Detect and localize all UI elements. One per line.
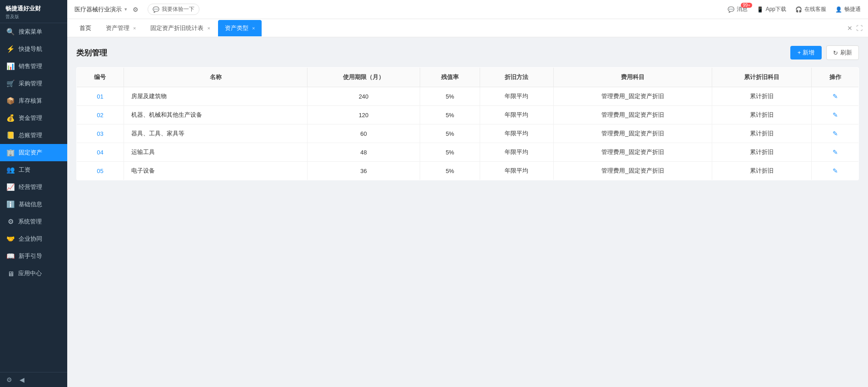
sidebar-item-系统管理[interactable]: ⚙系统管理 [0,213,67,230]
sidebar-icon-12: 🤝 [6,235,15,243]
sidebar-icon-14: 🖥 [6,270,15,278]
sidebar-item-总账管理[interactable]: 📒总账管理 [0,127,67,144]
sidebar-label-10: 基础信息 [19,200,42,208]
sidebar-label-1: 快捷导航 [19,45,42,53]
sidebar-item-经营管理[interactable]: 📈经营管理 [0,179,67,196]
user-item[interactable]: 👤 畅捷通 [835,5,861,13]
tab-close-2[interactable]: × [207,25,210,31]
sidebar-label-8: 工资 [19,166,30,174]
sidebar-label-9: 经营管理 [19,183,42,191]
cell-code-4: 05 [77,162,124,180]
experience-button[interactable]: 💬 我要体验一下 [148,4,199,15]
sidebar-item-销售管理[interactable]: 📊销售管理 [0,58,67,75]
topbar-settings-icon[interactable]: ⚙ [133,6,139,13]
sidebar-item-资金管理[interactable]: 💰资金管理 [0,109,67,127]
cell-cost-0: 管理费用_固定资产折旧 [553,87,712,106]
app-download-item[interactable]: 📱 App下载 [757,5,786,13]
sidebar-item-库存核算[interactable]: 📦库存核算 [0,92,67,109]
sidebar-item-搜索菜单[interactable]: 🔍搜索菜单 [0,23,67,40]
sidebar-icon-5: 💰 [6,114,15,122]
sidebar-icon-6: 📒 [6,131,15,139]
sidebar-logo: 畅捷通好业财 普及版 [0,0,67,23]
edit-icon-2[interactable]: ✎ [833,130,838,137]
cell-edit-0[interactable]: ✎ [812,87,859,106]
module-selector[interactable]: 医疗器械行业演示 ▾ [74,5,127,14]
settings-icon[interactable]: ⚙ [6,376,12,383]
cell-edit-3[interactable]: ✎ [812,143,859,162]
new-button[interactable]: + 新增 [790,46,822,60]
edit-icon-0[interactable]: ✎ [833,93,838,100]
sidebar-icon-4: 📦 [6,97,15,105]
header-row: 编号名称使用期限（月）残值率折旧方法费用科目累计折旧科目操作 [77,68,859,87]
customer-service-item[interactable]: 🎧 在线客服 [795,5,826,13]
sidebar-item-应用中心[interactable]: 🖥应用中心 [0,265,67,282]
edit-icon-4[interactable]: ✎ [833,167,838,174]
main-area: 医疗器械行业演示 ▾ ⚙ 💬 我要体验一下 💬 消息 99+ 📱 App下载 🎧… [67,0,868,387]
sidebar-item-基础信息[interactable]: ℹ️基础信息 [0,196,67,213]
collapse-icon[interactable]: ◀ [20,376,25,383]
cell-method-3: 年限平均 [480,143,553,162]
cell-period-4: 36 [308,162,420,180]
table-row: 05电子设备365%年限平均管理费用_固定资产折旧累计折旧✎ [77,162,859,180]
cell-period-2: 60 [308,124,420,143]
cell-accum-3: 累计折旧 [712,143,812,162]
content-area: 类别管理 + 新增 ↻ 刷新 编号名称使用期限（月）残值率折旧方法费用科目累计折… [67,37,868,387]
cell-edit-1[interactable]: ✎ [812,106,859,124]
user-icon: 👤 [835,6,842,13]
sidebar-icon-11: ⚙ [6,218,15,226]
cell-edit-2[interactable]: ✎ [812,124,859,143]
col-header-6: 累计折旧科目 [712,68,812,87]
tab-资产类型[interactable]: 资产类型× [218,20,262,36]
col-header-0: 编号 [77,68,124,87]
topbar-right: 💬 消息 99+ 📱 App下载 🎧 在线客服 👤 畅捷通 [728,5,861,13]
tab-资产管理[interactable]: 资产管理× [99,20,143,36]
cell-accum-1: 累计折旧 [712,106,812,124]
tab-close-icon[interactable]: ✕ [847,25,853,32]
edit-icon-1[interactable]: ✎ [833,111,838,119]
cell-edit-4[interactable]: ✎ [812,162,859,180]
cell-method-0: 年限平均 [480,87,553,106]
tab-close-1[interactable]: × [133,25,136,31]
tab-首页[interactable]: 首页 [73,20,98,36]
tab-maximize-icon[interactable]: ⛶ [856,25,863,32]
table-row: 03器具、工具、家具等605%年限平均管理费用_固定资产折旧累计折旧✎ [77,124,859,143]
cell-code-3: 04 [77,143,124,162]
tab-固定资产折旧统计表[interactable]: 固定资产折旧统计表× [144,20,217,36]
message-badge: 99+ [741,3,752,8]
cell-code-2: 03 [77,124,124,143]
refresh-button[interactable]: ↻ 刷新 [826,45,859,60]
sidebar-item-工资[interactable]: 👥工资 [0,161,67,179]
sidebar-item-新手引导[interactable]: 📖新手引导 [0,248,67,265]
sidebar-nav: 🔍搜索菜单⚡快捷导航📊销售管理🛒采购管理📦库存核算💰资金管理📒总账管理🏢固定资产… [0,23,67,372]
col-header-3: 残值率 [420,68,480,87]
sidebar-item-采购管理[interactable]: 🛒采购管理 [0,75,67,92]
cell-cost-2: 管理费用_固定资产折旧 [553,124,712,143]
app-title: 畅捷通好业财 [5,5,62,13]
sidebar-label-11: 系统管理 [18,218,42,226]
sidebar-icon-2: 📊 [6,62,15,70]
table-header: 编号名称使用期限（月）残值率折旧方法费用科目累计折旧科目操作 [77,68,859,87]
edit-icon-3[interactable]: ✎ [833,149,838,156]
sidebar-item-固定资产[interactable]: 🏢固定资产 [0,144,67,161]
sidebar-icon-3: 🛒 [6,79,15,88]
cell-period-1: 120 [308,106,420,124]
table-body: 01房屋及建筑物2405%年限平均管理费用_固定资产折旧累计折旧✎02机器、机械… [77,87,859,180]
cell-name-3: 运输工具 [124,143,307,162]
tab-label-3: 资产类型 [225,24,248,32]
tab-close-3[interactable]: × [252,25,255,31]
message-item[interactable]: 💬 消息 99+ [728,5,748,13]
refresh-icon: ↻ [833,50,838,56]
sidebar-icon-9: 📈 [6,183,15,191]
cell-period-0: 240 [308,87,420,106]
cell-accum-4: 累计折旧 [712,162,812,180]
cell-method-4: 年限平均 [480,162,553,180]
app-download-label: App下载 [766,5,786,13]
page-header: 类别管理 + 新增 ↻ 刷新 [76,45,859,60]
cell-method-2: 年限平均 [480,124,553,143]
sidebar-icon-1: ⚡ [6,45,15,53]
customer-service-icon: 🎧 [795,6,802,13]
sidebar-item-企业协同[interactable]: 🤝企业协同 [0,230,67,248]
sidebar-item-快捷导航[interactable]: ⚡快捷导航 [0,40,67,58]
tab-label-0: 首页 [79,24,91,32]
sidebar-label-2: 销售管理 [19,62,42,70]
